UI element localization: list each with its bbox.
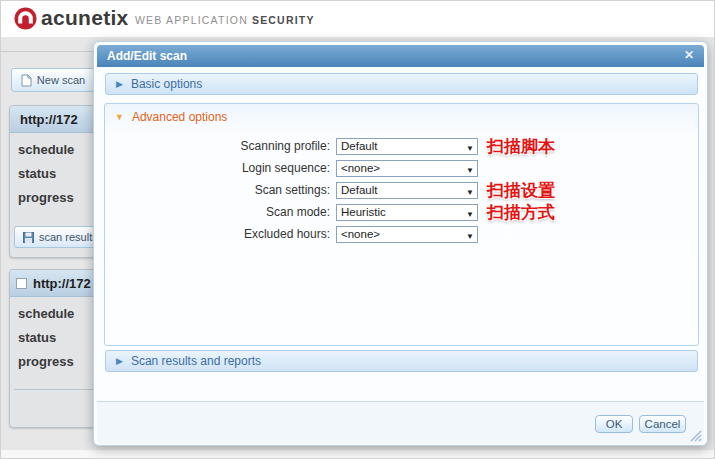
excluded-hours-select[interactable]: <none> ▼ — [336, 226, 478, 243]
scan-mode-label: Scan mode: — [105, 204, 330, 221]
dropdown-arrow-icon: ▼ — [466, 141, 474, 156]
selected-value: <none> — [341, 162, 380, 174]
tagline-light: WEB APPLICATION — [135, 14, 248, 26]
dropdown-arrow-icon: ▼ — [466, 163, 474, 178]
scanning-profile-select[interactable]: Default ▼ — [336, 138, 478, 155]
selected-value: <none> — [341, 228, 380, 240]
target-url: http://172 — [20, 112, 78, 127]
cancel-button[interactable]: Cancel — [639, 415, 686, 433]
chevron-down-icon: ▼ — [115, 112, 124, 122]
acunetix-logo: acunetix — [14, 6, 129, 30]
save-icon — [23, 232, 34, 243]
form-row: Scan settings: Default ▼ 扫描设置 — [105, 182, 698, 200]
bottom-strip — [1, 450, 715, 458]
ok-button[interactable]: OK — [595, 415, 633, 433]
scanning-profile-label: Scanning profile: — [105, 138, 330, 155]
dropdown-arrow-icon: ▼ — [466, 229, 474, 244]
annotation-scan-profile: 扫描脚本 — [487, 135, 555, 158]
form-row: Login sequence: <none> ▼ — [105, 160, 698, 178]
scan-settings-label: Scan settings: — [105, 182, 330, 199]
form-row: Excluded hours: <none> ▼ — [105, 226, 698, 244]
chevron-right-icon: ▶ — [116, 356, 123, 366]
scan-results-reports-header[interactable]: ▶ Scan results and reports — [105, 350, 698, 372]
tagline-bold: SECURITY — [252, 14, 315, 26]
basic-options-label: Basic options — [131, 77, 202, 91]
login-sequence-label: Login sequence: — [105, 160, 330, 177]
target-checkbox[interactable] — [16, 278, 27, 289]
form-row: Scanning profile: Default ▼ 扫描脚本 — [105, 138, 698, 156]
add-edit-scan-dialog: Add/Edit scan ✕ ▶ Basic options ▼ Advanc… — [93, 41, 708, 446]
excluded-hours-label: Excluded hours: — [105, 226, 330, 243]
selected-value: Heuristic — [341, 206, 386, 218]
app-header: acunetix WEB APPLICATIONSECURITY — [1, 1, 715, 37]
resize-handle-icon[interactable] — [690, 430, 702, 442]
screen: acunetix WEB APPLICATIONSECURITY New sca… — [0, 0, 715, 459]
tabstrip-divider — [1, 51, 93, 52]
annotation-scan-settings: 扫描设置 — [487, 179, 555, 202]
advanced-options-label: Advanced options — [132, 110, 227, 124]
dialog-footer: OK Cancel — [97, 401, 704, 444]
selected-value: Default — [341, 140, 377, 152]
login-sequence-select[interactable]: <none> ▼ — [336, 160, 478, 177]
selected-value: Default — [341, 184, 377, 196]
advanced-options-panel: ▼ Advanced options Scanning profile: Def… — [104, 103, 699, 346]
close-icon[interactable]: ✕ — [684, 48, 694, 62]
dropdown-arrow-icon: ▼ — [466, 185, 474, 200]
basic-options-header[interactable]: ▶ Basic options — [105, 73, 698, 95]
scan-results-reports-label: Scan results and reports — [131, 354, 261, 368]
scan-results-label: scan results — [39, 231, 98, 243]
dialog-title: Add/Edit scan — [107, 49, 187, 63]
scan-mode-select[interactable]: Heuristic ▼ — [336, 204, 478, 221]
dropdown-arrow-icon: ▼ — [466, 207, 474, 222]
acunetix-logo-icon — [14, 7, 37, 30]
new-scan-button[interactable]: New scan — [11, 68, 95, 92]
dialog-titlebar[interactable]: Add/Edit scan ✕ — [97, 45, 704, 67]
tagline: WEB APPLICATIONSECURITY — [135, 14, 315, 26]
annotation-scan-mode: 扫描方式 — [487, 201, 555, 224]
form-row: Scan mode: Heuristic ▼ 扫描方式 — [105, 204, 698, 222]
target-url: http://172 — [33, 276, 91, 291]
scan-settings-select[interactable]: Default ▼ — [336, 182, 478, 199]
document-icon — [21, 74, 32, 87]
chevron-right-icon: ▶ — [116, 79, 123, 89]
brand-text: acunetix — [41, 6, 129, 30]
advanced-options-header[interactable]: ▼ Advanced options — [115, 110, 227, 124]
new-scan-label: New scan — [37, 74, 85, 86]
